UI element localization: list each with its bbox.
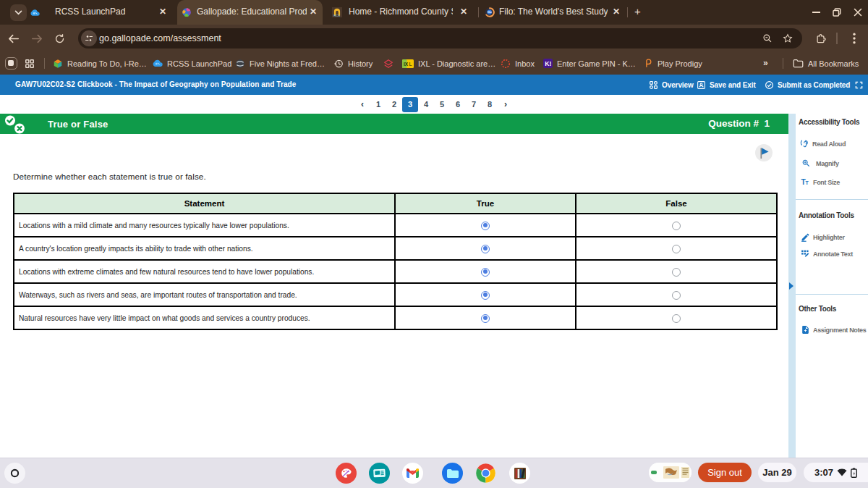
svg-text:RCS: RCS: [333, 14, 340, 17]
svg-text:L: L: [409, 61, 412, 66]
svg-text:K!: K!: [545, 60, 551, 67]
svg-text:IX: IX: [404, 61, 409, 66]
svg-text:T: T: [806, 180, 809, 185]
svg-text:filo: filo: [488, 11, 492, 14]
